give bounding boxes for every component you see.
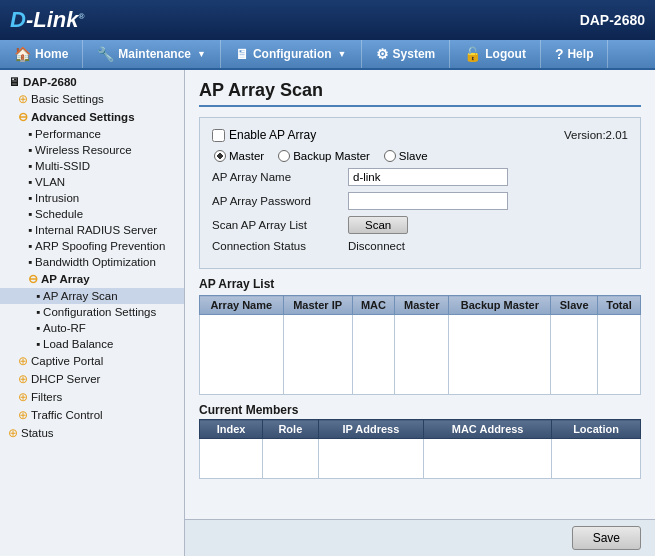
col-array-name: Array Name bbox=[200, 296, 284, 315]
folder-icon2: ⊕ bbox=[18, 354, 28, 368]
leaf-icon7: ▪ bbox=[28, 224, 32, 236]
current-members-title: Current Members bbox=[199, 403, 641, 417]
folder-icon4: ⊕ bbox=[18, 390, 28, 404]
members-table: Index Role IP Address MAC Address Locati… bbox=[199, 419, 641, 479]
logo: D-Link® bbox=[10, 7, 84, 33]
col-slave: Slave bbox=[551, 296, 598, 315]
nav-configuration[interactable]: 🖥 Configuration ▼ bbox=[221, 40, 362, 68]
leaf-icon10: ▪ bbox=[36, 290, 40, 302]
sidebar-item-dhcp-server[interactable]: ⊕ DHCP Server bbox=[0, 370, 184, 388]
sidebar: 🖥 DAP-2680 ⊕ Basic Settings ⊖ Advanced S… bbox=[0, 70, 185, 556]
sidebar-item-traffic-control[interactable]: ⊕ Traffic Control bbox=[0, 406, 184, 424]
nav-logout[interactable]: 🔓 Logout bbox=[450, 40, 541, 68]
leaf-icon6: ▪ bbox=[28, 208, 32, 220]
scan-row: Scan AP Array List Scan bbox=[212, 216, 628, 234]
footer: Save bbox=[185, 519, 655, 556]
plus-icon: ⊕ bbox=[18, 92, 28, 106]
nav-maintenance[interactable]: 🔧 Maintenance ▼ bbox=[83, 40, 221, 68]
sidebar-item-schedule[interactable]: ▪ Schedule bbox=[0, 206, 184, 222]
computer-icon: 🖥 bbox=[8, 76, 20, 88]
folder-icon5: ⊕ bbox=[18, 408, 28, 422]
ap-password-input[interactable] bbox=[348, 192, 508, 210]
main-layout: 🖥 DAP-2680 ⊕ Basic Settings ⊖ Advanced S… bbox=[0, 70, 655, 556]
sidebar-item-basic-settings[interactable]: ⊕ Basic Settings bbox=[0, 90, 184, 108]
ap-name-label: AP Array Name bbox=[212, 171, 342, 183]
connection-status-row: Connection Status Disconnect bbox=[212, 240, 628, 252]
sidebar-item-advanced-settings[interactable]: ⊖ Advanced Settings bbox=[0, 108, 184, 126]
sidebar-item-internal-radius[interactable]: ▪ Internal RADIUS Server bbox=[0, 222, 184, 238]
sidebar-item-performance[interactable]: ▪ Performance bbox=[0, 126, 184, 142]
sidebar-item-config-settings[interactable]: ▪ Configuration Settings bbox=[0, 304, 184, 320]
leaf-icon12: ▪ bbox=[36, 322, 40, 334]
sidebar-item-arp-spoofing[interactable]: ▪ ARP Spoofing Prevention bbox=[0, 238, 184, 254]
sidebar-item-dap2680[interactable]: 🖥 DAP-2680 bbox=[0, 74, 184, 90]
master-radio-label[interactable]: Master bbox=[214, 150, 264, 162]
header: D-Link® DAP-2680 bbox=[0, 0, 655, 40]
table-row-empty bbox=[200, 315, 641, 395]
sidebar-item-ap-array[interactable]: ⊖ AP Array bbox=[0, 270, 184, 288]
logout-icon: 🔓 bbox=[464, 46, 481, 62]
folder-icon3: ⊕ bbox=[18, 372, 28, 386]
leaf-icon8: ▪ bbox=[28, 240, 32, 252]
col-master-ip: Master IP bbox=[283, 296, 352, 315]
sidebar-item-auto-rf[interactable]: ▪ Auto-RF bbox=[0, 320, 184, 336]
scan-label: Scan AP Array List bbox=[212, 219, 342, 231]
page-title: AP Array Scan bbox=[199, 80, 641, 107]
minus-icon: ⊖ bbox=[18, 110, 28, 124]
scan-button[interactable]: Scan bbox=[348, 216, 408, 234]
enable-left: Enable AP Array bbox=[212, 128, 316, 142]
sidebar-item-filters[interactable]: ⊕ Filters bbox=[0, 388, 184, 406]
col-total: Total bbox=[597, 296, 640, 315]
leaf-icon2: ▪ bbox=[28, 144, 32, 156]
sidebar-item-wireless-resource[interactable]: ▪ Wireless Resource bbox=[0, 142, 184, 158]
sidebar-item-intrusion[interactable]: ▪ Intrusion bbox=[0, 190, 184, 206]
ap-password-row: AP Array Password bbox=[212, 192, 628, 210]
ap-name-row: AP Array Name bbox=[212, 168, 628, 186]
leaf-icon4: ▪ bbox=[28, 176, 32, 188]
sidebar-item-vlan[interactable]: ▪ VLAN bbox=[0, 174, 184, 190]
nav-system[interactable]: ⚙ System bbox=[362, 40, 451, 68]
ap-password-label: AP Array Password bbox=[212, 195, 342, 207]
master-radio[interactable] bbox=[214, 150, 226, 162]
maintenance-icon: 🔧 bbox=[97, 46, 114, 62]
connection-status-value: Disconnect bbox=[348, 240, 405, 252]
sidebar-item-load-balance[interactable]: ▪ Load Balance bbox=[0, 336, 184, 352]
config-icon: 🖥 bbox=[235, 46, 249, 62]
nav-help[interactable]: ? Help bbox=[541, 40, 609, 68]
slave-radio[interactable] bbox=[384, 150, 396, 162]
backup-master-radio-label[interactable]: Backup Master bbox=[278, 150, 370, 162]
col-mac-address: MAC Address bbox=[424, 420, 552, 439]
leaf-icon5: ▪ bbox=[28, 192, 32, 204]
col-mac: MAC bbox=[352, 296, 395, 315]
sidebar-item-captive-portal[interactable]: ⊕ Captive Portal bbox=[0, 352, 184, 370]
ap-array-table: Array Name Master IP MAC Master Backup M… bbox=[199, 295, 641, 395]
radio-row: Master Backup Master Slave bbox=[214, 150, 628, 162]
content-area: AP Array Scan Enable AP Array Version:2.… bbox=[185, 70, 655, 519]
enable-row: Enable AP Array Version:2.01 bbox=[212, 128, 628, 142]
folder-open-icon: ⊖ bbox=[28, 272, 38, 286]
model-label: DAP-2680 bbox=[580, 12, 645, 28]
navbar: 🏠 Home 🔧 Maintenance ▼ 🖥 Configuration ▼… bbox=[0, 40, 655, 70]
ap-array-list-title: AP Array List bbox=[199, 277, 641, 291]
col-index: Index bbox=[200, 420, 263, 439]
sidebar-item-multi-ssid[interactable]: ▪ Multi-SSID bbox=[0, 158, 184, 174]
nav-home[interactable]: 🏠 Home bbox=[0, 40, 83, 68]
ap-name-input[interactable] bbox=[348, 168, 508, 186]
col-role: Role bbox=[263, 420, 319, 439]
folder-icon6: ⊕ bbox=[8, 426, 18, 440]
leaf-icon13: ▪ bbox=[36, 338, 40, 350]
leaf-icon11: ▪ bbox=[36, 306, 40, 318]
backup-master-radio[interactable] bbox=[278, 150, 290, 162]
enable-label: Enable AP Array bbox=[229, 128, 316, 142]
sidebar-item-bandwidth[interactable]: ▪ Bandwidth Optimization bbox=[0, 254, 184, 270]
leaf-icon9: ▪ bbox=[28, 256, 32, 268]
sidebar-item-ap-array-scan[interactable]: ▪ AP Array Scan bbox=[0, 288, 184, 304]
col-ip-address: IP Address bbox=[318, 420, 424, 439]
slave-radio-label[interactable]: Slave bbox=[384, 150, 428, 162]
home-icon: 🏠 bbox=[14, 46, 31, 62]
enable-ap-array-checkbox[interactable] bbox=[212, 129, 225, 142]
sidebar-item-status[interactable]: ⊕ Status bbox=[0, 424, 184, 442]
current-members-section: Current Members Index Role IP Address MA… bbox=[199, 403, 641, 479]
col-master: Master bbox=[395, 296, 449, 315]
save-button[interactable]: Save bbox=[572, 526, 641, 550]
